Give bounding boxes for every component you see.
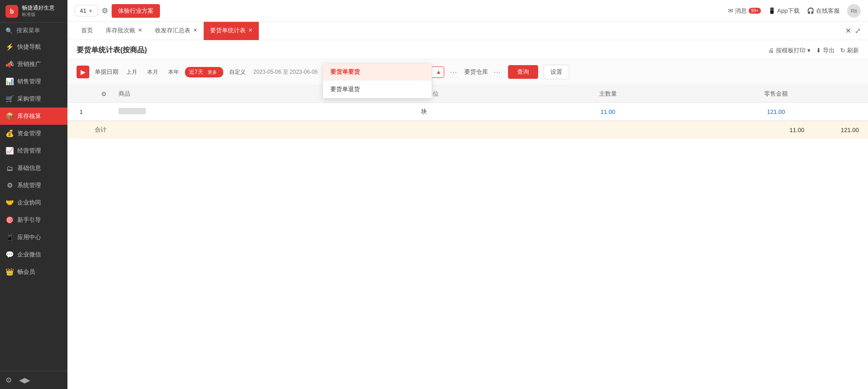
date-filter-label: 单据日期 bbox=[95, 68, 118, 76]
sidebar-bottom: ⚙ ◀▶ bbox=[0, 371, 67, 389]
filter-settings-btn[interactable]: 设置 bbox=[544, 65, 569, 79]
tab-home[interactable]: 首页 bbox=[75, 22, 99, 40]
main-content: 41 ▼ ⚙ 体验行业方案 ✉ 消息 99+ 📱 App下载 🎧 在线客服 Ri… bbox=[67, 0, 868, 389]
date-filter-group: 单据日期 上月 本月 本年 近7天 更多 自定义 2023-05-06 至 20… bbox=[95, 67, 318, 78]
date-btn-custom[interactable]: 自定义 bbox=[225, 67, 250, 78]
app-title: 畅捷通好生意 bbox=[22, 5, 55, 12]
type-filter-chevron-icon[interactable]: ▲ bbox=[433, 69, 444, 75]
enterprise-icon: 🤝 bbox=[5, 199, 14, 207]
app-download-icon: 📱 bbox=[768, 7, 776, 14]
members-icon: 👑 bbox=[5, 268, 14, 276]
template-print-chevron-icon: ▾ bbox=[807, 47, 811, 54]
cell-product bbox=[113, 103, 316, 121]
store-selector[interactable]: 41 ▼ bbox=[75, 5, 98, 16]
date-btns: 上月 本月 本年 近7天 更多 自定义 bbox=[122, 67, 250, 78]
cell-amount: 121.00 bbox=[684, 103, 868, 121]
message-action[interactable]: ✉ 消息 99+ bbox=[728, 7, 761, 15]
app-center-icon: 📱 bbox=[5, 233, 14, 241]
page-body: 要货单统计表(按商品) 🖨 按模板打印 ▾ ⬇ 导出 ↻ 刷新 bbox=[67, 40, 868, 389]
tab-batch-account-close[interactable]: ✕ bbox=[138, 27, 142, 33]
total-quantity: 11.00 bbox=[790, 127, 805, 133]
sidebar-item-wechat[interactable]: 💬 企业微信 bbox=[0, 246, 67, 263]
col-header-quantity: 主数量 bbox=[532, 85, 684, 103]
topbar-right: ✉ 消息 99+ 📱 App下载 🎧 在线客服 Rit bbox=[728, 4, 861, 18]
tab-expand-icon[interactable]: ⤢ bbox=[855, 26, 861, 35]
sales-icon: 📊 bbox=[5, 77, 14, 86]
sidebar-item-purchase[interactable]: 🛒 采购管理 bbox=[0, 90, 67, 107]
filter-expand-btn[interactable]: ▶ bbox=[77, 66, 89, 78]
quick-nav-icon: ⚡ bbox=[5, 43, 14, 51]
sidebar-item-members[interactable]: 👑 畅会员 bbox=[0, 263, 67, 281]
settings-icon[interactable]: ⚙ bbox=[5, 376, 12, 384]
page-header: 要货单统计表(按商品) 🖨 按模板打印 ▾ ⬇ 导出 ↻ 刷新 bbox=[67, 40, 868, 59]
more-badge: 更多 bbox=[205, 69, 219, 75]
inventory-icon: 📦 bbox=[5, 112, 14, 120]
sidebar-item-guide[interactable]: 🎯 新手引导 bbox=[0, 211, 67, 229]
print-icon: 🖨 bbox=[768, 47, 774, 54]
search-menu[interactable]: 🔍 搜索菜单 bbox=[0, 23, 67, 38]
finance-icon: 💰 bbox=[5, 129, 14, 138]
sidebar-item-sales[interactable]: 📊 销售管理 bbox=[0, 73, 67, 90]
topbar-left: 41 ▼ ⚙ 体验行业方案 bbox=[75, 4, 723, 18]
tab-order-stats-close[interactable]: ✕ bbox=[248, 27, 252, 33]
wechat-icon: 💬 bbox=[5, 251, 14, 259]
total-label: 合计 bbox=[77, 126, 107, 134]
app-subtitle: 标准版 bbox=[22, 11, 55, 18]
store-chevron-icon: ▼ bbox=[88, 8, 93, 14]
date-btn-last-month[interactable]: 上月 bbox=[122, 67, 141, 78]
warehouse-filter-label: 要货仓库 bbox=[464, 68, 488, 76]
refresh-icon: ↻ bbox=[840, 47, 845, 54]
table-settings-icon[interactable]: ⚙ bbox=[101, 91, 107, 97]
sidebar-item-basic[interactable]: 🗂 基础信息 bbox=[0, 159, 67, 177]
system-icon: ⚙ bbox=[5, 181, 14, 189]
btn-template-print[interactable]: 🖨 按模板打印 ▾ bbox=[768, 46, 811, 55]
col-header-settings[interactable]: ⚙ bbox=[95, 85, 113, 103]
col-header-product: 商品 bbox=[113, 85, 316, 103]
topbar-gear-icon[interactable]: ⚙ bbox=[102, 6, 108, 15]
app-download-action[interactable]: 📱 App下载 bbox=[768, 7, 800, 15]
app-logo-icon: b bbox=[5, 5, 18, 18]
tab-recv-summary[interactable]: 收发存汇总表 ✕ bbox=[149, 22, 204, 40]
col-header-seq bbox=[67, 85, 95, 103]
tab-order-stats[interactable]: 要货单统计表 ✕ bbox=[204, 22, 259, 40]
cell-seq: 1 bbox=[67, 103, 95, 121]
sidebar-item-enterprise[interactable]: 🤝 企业协同 bbox=[0, 194, 67, 211]
message-badge: 99+ bbox=[749, 8, 761, 14]
tabs-bar-end: ✕ ⤢ bbox=[845, 26, 861, 35]
date-btn-this-month[interactable]: 本月 bbox=[143, 67, 162, 78]
sidebar-item-system[interactable]: ⚙ 系统管理 bbox=[0, 177, 67, 194]
sidebar-item-app-center[interactable]: 📱 应用中心 bbox=[0, 229, 67, 246]
avatar[interactable]: Rit bbox=[847, 4, 861, 18]
purchase-icon: 🛒 bbox=[5, 95, 14, 103]
date-btn-last-7days[interactable]: 近7天 更多 bbox=[185, 67, 223, 77]
industry-btn[interactable]: 体验行业方案 bbox=[112, 4, 160, 18]
total-row: 合计 11.00 121.00 bbox=[67, 121, 868, 138]
export-icon: ⬇ bbox=[816, 47, 821, 54]
operations-icon: 📈 bbox=[5, 147, 14, 155]
table-row: 1 块 11.00 121.0 bbox=[67, 103, 868, 121]
tab-batch-account[interactable]: 库存批次账 ✕ bbox=[99, 22, 149, 40]
page-header-actions: 🖨 按模板打印 ▾ ⬇ 导出 ↻ 刷新 bbox=[768, 46, 859, 55]
tab-recv-summary-close[interactable]: ✕ bbox=[193, 27, 197, 33]
sidebar-item-finance[interactable]: 💰 资金管理 bbox=[0, 125, 67, 142]
type-filter-more-btn[interactable]: ⋯ bbox=[448, 68, 459, 77]
sidebar-item-marketing[interactable]: 📣 营销推广 bbox=[0, 56, 67, 73]
tab-close-all-icon[interactable]: ✕ bbox=[845, 26, 851, 35]
sidebar-item-inventory[interactable]: 📦 库存核算 bbox=[0, 107, 67, 125]
warehouse-filter-more-btn[interactable]: ⋯ bbox=[492, 68, 503, 77]
dropdown-item-order-return[interactable]: 要货单退货 bbox=[323, 81, 431, 98]
sidebar-item-operations[interactable]: 📈 经营管理 bbox=[0, 142, 67, 159]
date-range-text: 2023-05-06 至 2023-06-06 bbox=[253, 68, 318, 76]
collapse-icon[interactable]: ◀▶ bbox=[19, 376, 30, 384]
type-dropdown-menu: 要货单要货 要货单退货 bbox=[323, 63, 432, 98]
basic-icon: 🗂 bbox=[5, 164, 14, 172]
store-name: 41 bbox=[80, 7, 86, 14]
btn-export[interactable]: ⬇ 导出 bbox=[816, 46, 835, 55]
filter-query-btn[interactable]: 查询 bbox=[508, 65, 538, 79]
btn-refresh[interactable]: ↻ 刷新 bbox=[840, 46, 859, 55]
date-btn-this-year[interactable]: 本年 bbox=[164, 67, 183, 78]
dropdown-item-order-goods[interactable]: 要货单要货 bbox=[323, 63, 431, 81]
sidebar-item-quick-nav[interactable]: ⚡ 快捷导航 bbox=[0, 38, 67, 56]
sidebar-logo: b 畅捷通好生意 标准版 bbox=[0, 0, 67, 23]
online-service-action[interactable]: 🎧 在线客服 bbox=[807, 7, 840, 15]
